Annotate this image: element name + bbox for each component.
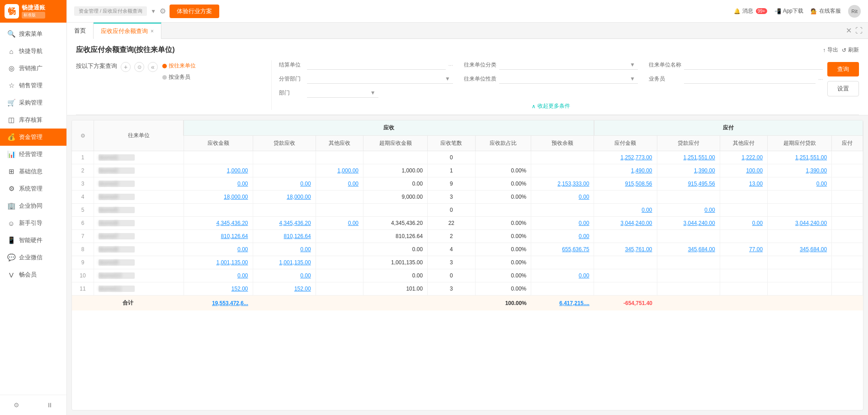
row-qita-ys[interactable]: 0.00 — [316, 177, 363, 191]
table-settings-icon[interactable]: ⚙ — [76, 129, 89, 142]
row-qita-yf[interactable]: 0.00 — [720, 217, 767, 230]
btn-column: 查询 设置 — [823, 60, 859, 110]
tab-close-icon[interactable]: × — [151, 28, 154, 34]
row-daikuan-yf[interactable]: 1,251,551.00 — [657, 151, 720, 164]
gear-icon[interactable]: ⚙ — [160, 7, 166, 15]
select-bumen[interactable]: ▼ — [307, 88, 378, 98]
row-yushou[interactable]: 2,153,333.00 — [531, 177, 594, 191]
tab-query[interactable]: 应收应付余额查询 × — [94, 23, 161, 39]
filter-scheme-btn[interactable]: ⊙ — [134, 62, 144, 72]
row-daikuan-ys[interactable]: 4,345,436.20 — [253, 217, 316, 230]
sidebar-item-search[interactable]: 🔍 搜索菜单 — [0, 25, 66, 43]
row-chaoqi-yf[interactable]: 0.00 — [768, 177, 832, 191]
sidebar-item-wechat[interactable]: 💬 企业微信 — [0, 249, 66, 266]
row-yushou[interactable]: 655,636.75 — [531, 243, 594, 256]
input-jiesuandanwei[interactable] — [307, 60, 446, 70]
row-qita-yf[interactable]: 77.00 — [720, 243, 767, 256]
row-yingfu-je[interactable]: 1,252,773.00 — [594, 151, 657, 164]
dots-yewuyuan[interactable]: ··· — [818, 76, 823, 82]
filter-schemes: 按往来单位 按业务员 — [158, 60, 271, 110]
row-yushou[interactable]: 0.00 — [531, 230, 594, 243]
input-yewuyuan[interactable] — [684, 74, 816, 84]
input-wanglaiming[interactable] — [684, 60, 823, 70]
row-daikuan-ys[interactable]: 810,126.64 — [253, 230, 316, 243]
row-yingfu-je[interactable]: 3,044,240.00 — [594, 217, 657, 230]
msg-btn[interactable]: 🔔 消息 99+ — [734, 7, 767, 15]
row-daikuan-yf[interactable]: 3,044,240.00 — [657, 217, 720, 230]
filter-add-btn[interactable]: + — [121, 62, 131, 72]
scheme-inactive-item[interactable]: 按业务员 — [162, 72, 271, 83]
row-qita-yf[interactable]: 13.00 — [720, 177, 767, 191]
sidebar-item-operation[interactable]: 📊 经营管理 — [0, 146, 66, 163]
row-yingshou-je[interactable]: 152.00 — [184, 282, 253, 296]
dots-jiesuandanwei[interactable]: ··· — [448, 62, 453, 68]
sidebar-item-basic[interactable]: ⊞ 基础信息 — [0, 163, 66, 180]
row-chaoqi-yf[interactable]: 3,044,240.00 — [768, 217, 832, 230]
row-yingshou-je[interactable]: 0.00 — [184, 177, 253, 191]
tab-close-window-icon[interactable]: ✕ — [846, 26, 852, 35]
row-yingshou-je[interactable]: 18,000.00 — [184, 191, 253, 204]
row-yushou[interactable]: 0.00 — [531, 269, 594, 282]
row-qita-ys[interactable]: 1,000.00 — [316, 164, 363, 177]
export-btn[interactable]: ↑ 导出 — [823, 46, 838, 54]
row-daikuan-ys[interactable]: 1,001,135.00 — [253, 256, 316, 269]
setting-btn[interactable]: 设置 — [827, 81, 859, 96]
row-yingshou-je[interactable]: 1,001,135.00 — [184, 256, 253, 269]
row-yingfu-je[interactable]: 1,490.00 — [594, 164, 657, 177]
row-daikuan-yf[interactable]: 345,684.00 — [657, 243, 720, 256]
refresh-btn[interactable]: ↺ 刷新 — [842, 46, 859, 54]
row-daikuan-yf[interactable]: 0.00 — [657, 204, 720, 217]
sidebar-item-guide[interactable]: ☺ 新手引导 — [0, 215, 66, 232]
row-daikuan-yf[interactable]: 1,390.00 — [657, 164, 720, 177]
row-yingfu-je[interactable]: 345,761.00 — [594, 243, 657, 256]
sidebar-item-member[interactable]: V 畅会员 — [0, 266, 66, 283]
row-yingshou-je[interactable]: 0.00 — [184, 269, 253, 282]
row-yingshou-je[interactable]: 4,345,436.20 — [184, 217, 253, 230]
row-qita-yf[interactable]: 1,222.00 — [720, 151, 767, 164]
filter-more-btn[interactable]: « — [148, 62, 158, 72]
query-btn[interactable]: 查询 — [827, 62, 859, 76]
row-yingfu-je[interactable]: 915,508.56 — [594, 177, 657, 191]
row-yingfu-je[interactable]: 0.00 — [594, 204, 657, 217]
row-yingshou-je[interactable]: 810,126.64 — [184, 230, 253, 243]
sidebar-item-sales[interactable]: ☆ 销售管理 — [0, 77, 66, 94]
row-qita-yf — [720, 191, 767, 204]
row-yingshou-je[interactable]: 1,000.00 — [184, 164, 253, 177]
sidebar-settings-btn[interactable]: ⚙ — [10, 400, 23, 410]
sidebar-item-corp[interactable]: 🏢 企业协同 — [0, 197, 66, 215]
solution-btn[interactable]: 体验行业方案 — [170, 5, 219, 18]
select-fenguan[interactable]: ▼ — [307, 74, 453, 84]
row-chaoqi-yf[interactable]: 345,684.00 — [768, 243, 832, 256]
row-qita-ys[interactable]: 0.00 — [316, 217, 363, 230]
service-btn[interactable]: 💁 在线客服 — [811, 7, 841, 15]
sidebar-collapse-btn[interactable]: ⏸ — [43, 400, 57, 410]
row-daikuan-ys[interactable]: 18,000.00 — [253, 191, 316, 204]
row-daikuan-ys[interactable]: 152.00 — [253, 282, 316, 296]
row-yingshou-je[interactable]: 0.00 — [184, 243, 253, 256]
row-chaoqi-yf[interactable]: 1,390.00 — [768, 164, 832, 177]
sidebar-item-marketing[interactable]: ◎ 营销推广 — [0, 60, 66, 77]
select-wanglaifenlei[interactable]: ▼ — [499, 60, 638, 70]
filter-group-wanglaifenlei: 往来单位分类 ▼ — [464, 60, 638, 70]
sidebar-item-hardware[interactable]: 📱 智能硬件 — [0, 232, 66, 249]
row-yushou[interactable]: 0.00 — [531, 191, 594, 204]
tab-home[interactable]: 首页 — [67, 23, 94, 39]
row-daikuan-ys[interactable]: 0.00 — [253, 243, 316, 256]
sidebar-item-finance[interactable]: 💰 资金管理 — [0, 129, 66, 146]
sidebar-item-purchase[interactable]: 🛒 采购管理 — [0, 94, 66, 111]
row-daikuan-ys[interactable]: 0.00 — [253, 177, 316, 191]
row-daikuan-ys[interactable]: 0.00 — [253, 269, 316, 282]
sidebar-item-system[interactable]: ⚙ 系统管理 — [0, 180, 66, 197]
row-chaoqi-yf[interactable]: 1,251,551.00 — [768, 151, 832, 164]
filter-collapse-btn[interactable]: ∧ 收起更多条件 — [532, 102, 570, 110]
row-qita-yf[interactable]: 100.00 — [720, 164, 767, 177]
select-wanglaixingzhi[interactable]: ▼ — [499, 74, 638, 84]
row-yushou[interactable]: 0.00 — [531, 217, 594, 230]
app-download-btn[interactable]: 📲 App下载 — [774, 7, 803, 15]
user-avatar[interactable]: Rit — [848, 5, 861, 18]
tab-expand-icon[interactable]: ⛶ — [855, 27, 863, 35]
sidebar-item-quick[interactable]: ⌂ 快捷导航 — [0, 43, 66, 60]
sidebar-item-inventory[interactable]: ◫ 库存核算 — [0, 111, 66, 129]
row-daikuan-yf[interactable]: 915,495.56 — [657, 177, 720, 191]
scheme-active-item[interactable]: 按往来单位 — [162, 60, 271, 72]
